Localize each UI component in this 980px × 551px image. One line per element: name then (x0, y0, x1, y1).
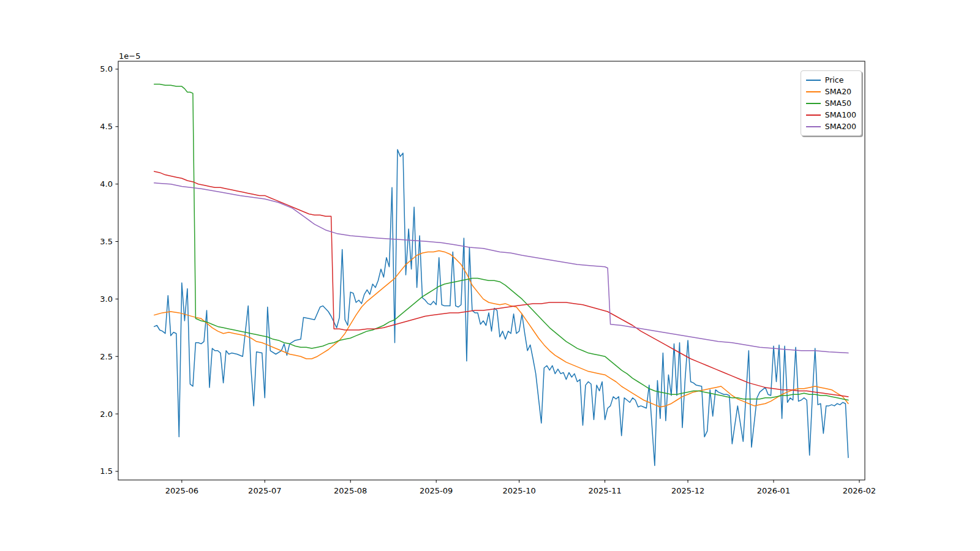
legend-label-price: Price (825, 74, 844, 86)
legend-label-sma100: SMA100 (825, 109, 856, 121)
x-tick-label: 2026-01 (757, 486, 790, 495)
x-tick-label: 2025-06 (165, 486, 198, 495)
y-tick-label: 2.5 (100, 352, 113, 361)
axes-box (118, 61, 865, 480)
legend-entry-price: Price (806, 74, 856, 86)
x-tick-label: 2025-10 (502, 486, 535, 495)
series-line-sma20 (154, 251, 848, 407)
y-tick-label: 1.5 (100, 467, 113, 476)
series-line-sma100 (154, 171, 848, 397)
y-tick-label: 5.0 (100, 64, 113, 73)
x-tick-label: 2025-09 (420, 486, 453, 495)
legend-swatch-sma100 (806, 114, 821, 116)
legend: PriceSMA20SMA50SMA100SMA200 (801, 70, 862, 136)
x-tick-label: 2025-08 (334, 486, 367, 495)
legend-label-sma50: SMA50 (825, 97, 851, 109)
legend-entry-sma200: SMA200 (806, 121, 856, 132)
figure: 2025-062025-072025-082025-092025-102025-… (0, 0, 980, 551)
legend-entry-sma100: SMA100 (806, 109, 856, 121)
x-tick-label: 2026-02 (843, 486, 876, 495)
x-tick-label: 2025-11 (588, 486, 621, 495)
legend-swatch-price (806, 80, 821, 81)
y-tick-label: 4.5 (100, 122, 113, 131)
legend-swatch-sma50 (806, 103, 821, 104)
legend-entry-sma50: SMA50 (806, 97, 856, 109)
x-tick-label: 2025-07 (248, 486, 281, 495)
y-tick-label: 3.5 (100, 237, 113, 246)
legend-entry-sma20: SMA20 (806, 86, 856, 97)
series-line-sma200 (154, 183, 848, 353)
y-axis-offset-label: 1e−5 (119, 51, 140, 61)
legend-swatch-sma200 (806, 126, 821, 127)
y-tick-label: 2.0 (100, 410, 113, 419)
y-tick-label: 4.0 (100, 179, 113, 189)
x-tick-label: 2025-12 (671, 486, 704, 495)
y-tick-label: 3.0 (100, 294, 113, 304)
legend-label-sma200: SMA200 (825, 121, 856, 132)
legend-swatch-sma20 (806, 91, 821, 92)
legend-label-sma20: SMA20 (825, 86, 851, 97)
